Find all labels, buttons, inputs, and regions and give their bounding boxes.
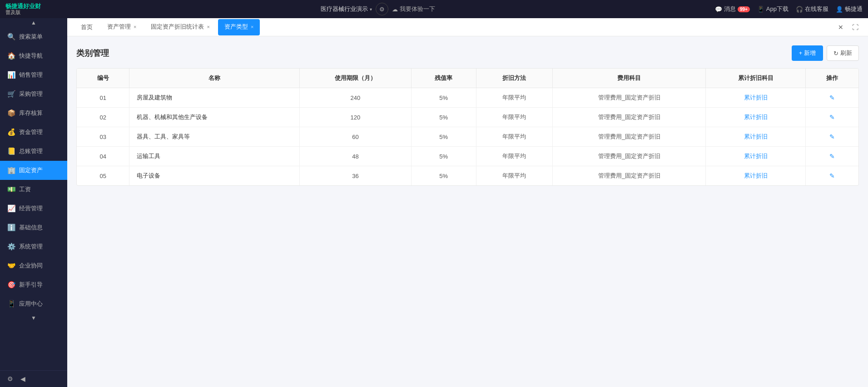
window-controls: ✕ ⛶ <box>835 22 861 33</box>
ledger-icon: 📒 <box>7 147 15 155</box>
cell-expense-account-1: 管理费用_固定资产折旧 <box>553 108 706 127</box>
sidebar-item-fixed-assets[interactable]: 🏢 固定资产 <box>0 161 67 180</box>
cell-action-3: ✎ <box>806 147 858 166</box>
sidebar-item-system[interactable]: ⚙️ 系统管理 <box>0 237 67 256</box>
user-profile-button[interactable]: 👤 畅捷通 <box>836 5 863 13</box>
sidebar-item-enterprise[interactable]: 🤝 企业协同 <box>0 256 67 275</box>
sidebar-settings-button[interactable]: ⚙ <box>7 375 13 382</box>
edit-button-0[interactable]: ✎ <box>829 94 835 101</box>
settings-icon[interactable]: ⚙ <box>376 3 388 15</box>
sidebar-item-sales[interactable]: 📊 销售管理 <box>0 65 67 84</box>
window-maximize-button[interactable]: ⛶ <box>850 22 861 33</box>
col-header-residual-rate: 残值率 <box>411 69 476 88</box>
sidebar-label-sales: 销售管理 <box>19 71 43 79</box>
cell-useful-life-1: 120 <box>300 108 412 127</box>
col-header-code: 编号 <box>77 69 129 88</box>
tab-home[interactable]: 首页 <box>74 20 99 35</box>
system-icon: ⚙️ <box>7 243 15 251</box>
table-row: 04 运输工具 48 5% 年限平均 管理费用_固定资产折旧 累计折旧 ✎ <box>77 147 858 166</box>
edit-button-1[interactable]: ✎ <box>829 114 835 121</box>
message-button[interactable]: 💬 消息 99+ <box>715 5 750 13</box>
sidebar-label-funds: 资金管理 <box>19 128 43 136</box>
edit-button-2[interactable]: ✎ <box>829 133 835 140</box>
sidebar-item-app-center[interactable]: 📱 应用中心 <box>0 294 67 313</box>
company-selector[interactable]: 医疗器械行业演示 ▾ <box>321 5 372 13</box>
sidebar-item-guide[interactable]: 🎯 新手引导 <box>0 275 67 294</box>
tab-depreciation-label: 固定资产折旧统计表 <box>151 23 204 31</box>
new-button[interactable]: + 新增 <box>792 45 823 61</box>
cell-residual-rate-2: 5% <box>411 127 476 147</box>
operations-icon: 📈 <box>7 204 15 213</box>
sidebar-item-purchase[interactable]: 🛒 采购管理 <box>0 84 67 104</box>
sidebar-item-basic-info[interactable]: ℹ️ 基础信息 <box>0 218 67 237</box>
sidebar-item-search[interactable]: 🔍 搜索菜单 <box>0 27 67 46</box>
home-icon: 🏠 <box>7 52 15 60</box>
customer-service-button[interactable]: 🎧 在线客服 <box>796 5 828 13</box>
tab-depreciation-table[interactable]: 固定资产折旧统计表 × <box>144 19 216 35</box>
sidebar-item-ledger[interactable]: 📒 总账管理 <box>0 142 67 161</box>
tab-asset-mgmt[interactable]: 资产管理 × <box>101 19 143 35</box>
sidebar: ▲ 🔍 搜索菜单 🏠 快捷导航 📊 销售管理 🛒 采购管理 📦 库存核算 💰 资… <box>0 18 67 387</box>
edit-button-4[interactable]: ✎ <box>829 172 835 179</box>
table-row: 01 房屋及建筑物 240 5% 年限平均 管理费用_固定资产折旧 累计折旧 ✎ <box>77 88 858 108</box>
cell-expense-account-3: 管理费用_固定资产折旧 <box>553 147 706 166</box>
sidebar-scroll-up[interactable]: ▲ <box>0 18 67 27</box>
sidebar-label-enterprise: 企业协同 <box>19 262 43 270</box>
tab-asset-mgmt-close[interactable]: × <box>134 24 136 30</box>
tab-asset-type[interactable]: 资产类型 × <box>218 19 260 35</box>
page-title: 类别管理 <box>76 48 109 59</box>
tab-depreciation-close[interactable]: × <box>207 24 209 30</box>
sidebar-item-salary[interactable]: 💵 工资 <box>0 180 67 199</box>
edit-button-3[interactable]: ✎ <box>829 153 835 160</box>
sidebar-item-quick-nav[interactable]: 🏠 快捷导航 <box>0 46 67 65</box>
customer-service-icon: 🎧 <box>796 6 803 13</box>
cell-accumulated-account-3: 累计折旧 <box>706 147 806 166</box>
chevron-down-icon: ▾ <box>370 7 372 12</box>
sidebar-label-salary: 工资 <box>19 185 31 194</box>
cell-action-2: ✎ <box>806 127 858 147</box>
cell-action-4: ✎ <box>806 166 858 186</box>
main-layout: ▲ 🔍 搜索菜单 🏠 快捷导航 📊 销售管理 🛒 采购管理 📦 库存核算 💰 资… <box>0 18 868 387</box>
experience-label: 我要体验一下 <box>400 5 435 13</box>
header-actions: + 新增 ↻ 刷新 <box>792 45 859 61</box>
refresh-icon: ↻ <box>833 50 838 57</box>
sidebar-collapse-button[interactable]: ◀ <box>20 375 25 382</box>
table-row: 02 机器、机械和其他生产设备 120 5% 年限平均 管理费用_固定资产折旧 … <box>77 108 858 127</box>
cell-expense-account-4: 管理费用_固定资产折旧 <box>553 166 706 186</box>
sidebar-item-funds[interactable]: 💰 资金管理 <box>0 123 67 142</box>
cell-residual-rate-0: 5% <box>411 88 476 108</box>
sidebar-scroll-down[interactable]: ▼ <box>0 313 67 322</box>
cell-accumulated-account-0: 累计折旧 <box>706 88 806 108</box>
refresh-button[interactable]: ↻ 刷新 <box>827 45 859 61</box>
tab-asset-type-label: 资产类型 <box>224 23 248 31</box>
cell-depreciation-method-0: 年限平均 <box>476 88 552 108</box>
top-bar: 畅捷通好业财 普及版 医疗器械行业演示 ▾ ⚙ ☁ 我要体验一下 💬 消息 99… <box>0 0 868 18</box>
company-name: 医疗器械行业演示 <box>321 5 368 13</box>
sidebar-label-search: 搜索菜单 <box>19 33 43 41</box>
cloud-icon: ☁ <box>392 6 398 13</box>
window-close-button[interactable]: ✕ <box>835 22 846 33</box>
cell-accumulated-account-2: 累计折旧 <box>706 127 806 147</box>
experience-button[interactable]: ☁ 我要体验一下 <box>392 5 435 13</box>
cell-residual-rate-4: 5% <box>411 166 476 186</box>
top-bar-right: 💬 消息 99+ 📱 App下载 🎧 在线客服 👤 畅捷通 <box>715 5 863 13</box>
cell-code-4: 05 <box>77 166 129 186</box>
app-logo: 畅捷通好业财 普及版 <box>5 3 41 16</box>
cell-name-2: 器具、工具、家具等 <box>129 127 300 147</box>
fixed-assets-icon: 🏢 <box>7 166 15 174</box>
cell-action-0: ✎ <box>806 88 858 108</box>
app-download-label: App下载 <box>766 5 789 13</box>
app-download-icon: 📱 <box>757 6 764 13</box>
tab-asset-type-close[interactable]: × <box>251 24 253 30</box>
inventory-icon: 📦 <box>7 109 15 117</box>
cell-expense-account-2: 管理费用_固定资产折旧 <box>553 127 706 147</box>
app-download-button[interactable]: 📱 App下载 <box>757 5 789 13</box>
cell-code-2: 03 <box>77 127 129 147</box>
col-header-action: 操作 <box>806 69 858 88</box>
user-icon: 👤 <box>836 6 843 13</box>
cell-name-4: 电子设备 <box>129 166 300 186</box>
sidebar-item-inventory[interactable]: 📦 库存核算 <box>0 104 67 123</box>
funds-icon: 💰 <box>7 128 15 136</box>
sidebar-item-operations[interactable]: 📈 经营管理 <box>0 199 67 218</box>
cell-code-0: 01 <box>77 88 129 108</box>
